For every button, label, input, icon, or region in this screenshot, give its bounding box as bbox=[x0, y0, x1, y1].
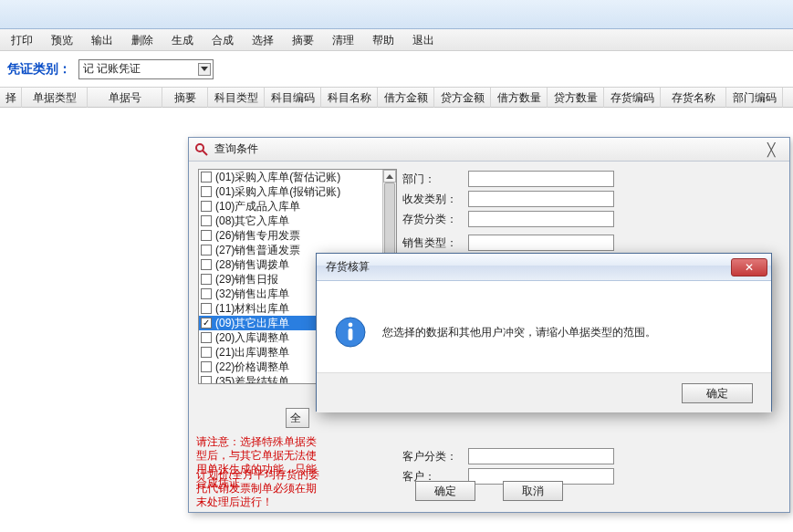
custcat-label: 客户分类： bbox=[402, 449, 468, 464]
query-ok-button[interactable]: 确定 bbox=[415, 481, 475, 501]
window-chrome bbox=[0, 0, 793, 29]
stockcat-label: 存货分类： bbox=[402, 212, 468, 227]
saletype-field[interactable] bbox=[468, 235, 614, 251]
list-item-label: (10)产成品入库单 bbox=[215, 199, 300, 214]
checkbox[interactable] bbox=[201, 318, 212, 329]
list-item[interactable]: (10)产成品入库单 bbox=[199, 199, 382, 214]
list-item-label: (01)采购入库单(报销记账) bbox=[215, 184, 340, 200]
column-header[interactable]: 单据号 bbox=[88, 88, 162, 108]
scroll-up-icon[interactable] bbox=[383, 170, 396, 183]
column-header[interactable]: 贷方金额 bbox=[434, 88, 491, 108]
toolbar-item[interactable]: 删除 bbox=[124, 30, 161, 50]
list-item-label: (29)销售日报 bbox=[215, 272, 278, 287]
shoufa-label: 收发类别： bbox=[402, 192, 468, 207]
checkbox[interactable] bbox=[201, 288, 212, 299]
query-dialog-titlebar[interactable]: 查询条件 ╳ bbox=[189, 138, 789, 162]
voucher-row: 凭证类别： 记 记账凭证 bbox=[0, 51, 793, 88]
list-item[interactable]: (01)采购入库单(报销记账) bbox=[199, 184, 382, 199]
column-header[interactable]: 存货编码 bbox=[604, 88, 661, 108]
checkbox[interactable] bbox=[201, 230, 212, 241]
checkbox[interactable] bbox=[201, 274, 212, 285]
column-header[interactable]: 科目编码 bbox=[265, 88, 321, 108]
toolbar-item[interactable]: 退出 bbox=[405, 30, 442, 50]
checkbox[interactable] bbox=[201, 303, 212, 314]
list-item-label: (32)销售出库单 bbox=[215, 287, 289, 302]
column-header[interactable]: 科目名称 bbox=[321, 88, 378, 108]
svg-marker-2 bbox=[386, 174, 393, 179]
column-header[interactable]: 科目类型 bbox=[208, 88, 265, 108]
toolbar-item[interactable]: 帮助 bbox=[365, 30, 402, 50]
list-item[interactable]: (08)其它入库单 bbox=[199, 214, 382, 228]
svg-point-5 bbox=[349, 323, 353, 328]
list-item-label: (01)采购入库单(暂估记账) bbox=[215, 170, 340, 185]
saletype-label: 销售类型： bbox=[402, 235, 468, 251]
message-dialog-title: 存货核算 bbox=[326, 259, 731, 275]
column-header[interactable]: 贷方数量 bbox=[548, 88, 604, 108]
message-ok-button[interactable]: 确定 bbox=[682, 383, 753, 403]
list-item-label: (11)材料出库单 bbox=[215, 301, 289, 317]
checkbox[interactable] bbox=[201, 332, 212, 343]
list-item-label: (28)销售调拨单 bbox=[215, 257, 289, 273]
svg-line-1 bbox=[203, 151, 207, 155]
toolbar-item[interactable]: 摘要 bbox=[285, 30, 321, 50]
list-item-label: (22)价格调整单 bbox=[215, 360, 289, 375]
message-text: 您选择的数据和其他用户冲突，请缩小单据类型的范围。 bbox=[382, 325, 656, 340]
close-icon: ✕ bbox=[745, 261, 754, 274]
list-item-label: (20)入库调整单 bbox=[215, 330, 289, 346]
list-item-label: (08)其它入库单 bbox=[215, 214, 289, 229]
stockcat-field[interactable] bbox=[468, 211, 614, 227]
close-button[interactable]: ✕ bbox=[731, 258, 767, 276]
voucher-type-value: 记 记账凭证 bbox=[83, 61, 141, 77]
dept-field[interactable] bbox=[468, 171, 614, 187]
message-dialog-titlebar[interactable]: 存货核算 ✕ bbox=[317, 254, 771, 281]
search-icon bbox=[194, 142, 209, 157]
main-toolbar: 打印预览输出删除生成合成选择摘要清理帮助退出 bbox=[0, 29, 793, 51]
voucher-type-label: 凭证类别： bbox=[7, 61, 78, 78]
toolbar-item[interactable]: 打印 bbox=[4, 30, 40, 50]
close-icon[interactable]: ╳ bbox=[758, 141, 784, 158]
toolbar-item[interactable]: 输出 bbox=[84, 30, 120, 50]
dept-label: 部门： bbox=[402, 172, 468, 187]
column-header[interactable]: 摘要 bbox=[162, 88, 208, 108]
toolbar-item[interactable]: 清理 bbox=[325, 30, 361, 50]
checkbox[interactable] bbox=[201, 215, 212, 226]
custcat-field[interactable] bbox=[468, 448, 614, 464]
checkbox[interactable] bbox=[201, 172, 212, 183]
checkbox[interactable] bbox=[201, 361, 212, 372]
column-header[interactable]: 存货名称 bbox=[661, 88, 726, 108]
column-header[interactable]: 借方数量 bbox=[491, 88, 548, 108]
toolbar-item[interactable]: 合成 bbox=[204, 30, 241, 50]
query-dialog-title: 查询条件 bbox=[214, 141, 758, 157]
toolbar-item[interactable]: 预览 bbox=[44, 30, 80, 50]
svg-point-0 bbox=[196, 144, 203, 151]
message-dialog: 存货核算 ✕ 您选择的数据和其他用户冲突，请缩小单据类型的范围。 确定 bbox=[316, 253, 772, 412]
list-item-label: (09)其它出库单 bbox=[215, 316, 289, 331]
voucher-type-select[interactable]: 记 记账凭证 bbox=[78, 59, 214, 79]
checkbox[interactable] bbox=[201, 259, 212, 270]
svg-rect-6 bbox=[349, 329, 353, 340]
checkbox[interactable] bbox=[201, 245, 212, 256]
column-header[interactable]: 部门编码 bbox=[726, 88, 783, 108]
toolbar-item[interactable]: 生成 bbox=[164, 30, 201, 50]
list-item-label: (26)销售专用发票 bbox=[215, 228, 300, 244]
chevron-down-icon[interactable] bbox=[198, 63, 211, 76]
checkbox[interactable] bbox=[201, 201, 212, 212]
query-cancel-button[interactable]: 取消 bbox=[503, 481, 563, 501]
column-header[interactable]: 择 bbox=[0, 88, 22, 108]
checkbox[interactable] bbox=[201, 347, 212, 358]
grid-column-headers: 择单据类型单据号摘要科目类型科目编码科目名称借方金额贷方金额借方数量贷方数量存货… bbox=[0, 88, 793, 108]
list-item-label: (35)差异结转单 bbox=[215, 374, 289, 384]
column-header[interactable]: 单据类型 bbox=[22, 88, 88, 108]
select-all-button[interactable]: 全消 bbox=[286, 408, 309, 428]
list-item[interactable]: (01)采购入库单(暂估记账) bbox=[199, 170, 382, 184]
info-icon bbox=[335, 317, 366, 348]
shoufa-field[interactable] bbox=[468, 191, 614, 207]
toolbar-item[interactable]: 选择 bbox=[245, 30, 281, 50]
checkbox[interactable] bbox=[201, 186, 212, 197]
checkbox[interactable] bbox=[201, 376, 212, 383]
list-item-label: (27)销售普通发票 bbox=[215, 243, 300, 258]
list-item[interactable]: (26)销售专用发票 bbox=[199, 228, 382, 243]
list-item-label: (21)出库调整单 bbox=[215, 345, 289, 360]
column-header[interactable]: 借方金额 bbox=[378, 88, 434, 108]
